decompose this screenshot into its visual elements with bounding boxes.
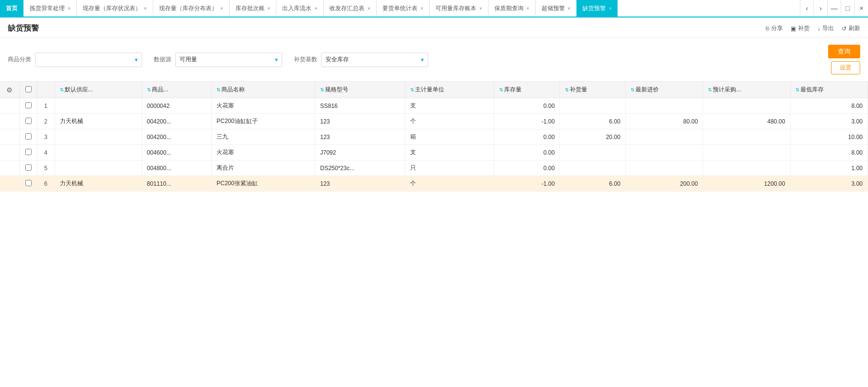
column-spec[interactable]: ⇅规格型号 bbox=[315, 82, 405, 98]
category-select[interactable]: ▾ bbox=[35, 53, 142, 67]
page-content: 缺货预警 ⎘ 分享 ▣ 补货 ↓ 导出 ↺ 刷新 商品分类 bbox=[0, 18, 868, 387]
tab-inventory-status[interactable]: 现存量（库存状况表） × bbox=[77, 0, 153, 17]
row-spec: 123 bbox=[315, 176, 405, 192]
window-minimize-btn[interactable]: — bbox=[827, 0, 841, 17]
tab-inout-flow[interactable]: 出入库流水 × bbox=[276, 0, 324, 17]
column-row-num bbox=[37, 82, 54, 98]
row-checkbox-cell[interactable] bbox=[19, 114, 37, 129]
page-title: 缺货预警 bbox=[8, 23, 766, 34]
column-default-supplier[interactable]: ⇅默认供应... bbox=[54, 82, 142, 98]
category-label: 商品分类 bbox=[8, 55, 31, 64]
sort-icon: ⇅ bbox=[796, 87, 799, 92]
column-est-purchase[interactable]: ⇅预计采购... bbox=[703, 82, 790, 98]
window-maximize-btn[interactable]: □ bbox=[841, 0, 854, 17]
row-checkbox-cell[interactable] bbox=[19, 145, 37, 160]
tab-close-icon[interactable]: × bbox=[144, 6, 147, 11]
table-row: 6 力天机械 801110... PC200张紧油缸 123 个 -1.00 6… bbox=[0, 176, 868, 192]
tab-label: 出入库流水 bbox=[282, 4, 311, 13]
replenish-basis-chevron-icon: ▾ bbox=[421, 56, 424, 63]
row-product-code: 004800... bbox=[142, 160, 211, 176]
column-gear[interactable]: ⚙ bbox=[0, 82, 19, 98]
page-header: 缺货预警 ⎘ 分享 ▣ 补货 ↓ 导出 ↺ 刷新 bbox=[0, 18, 868, 38]
column-latest-price[interactable]: ⇅最新进价 bbox=[626, 82, 703, 98]
row-checkbox[interactable] bbox=[25, 118, 32, 124]
row-product-name: 火花塞 bbox=[212, 145, 315, 160]
datasource-filter-group: 数据源 可用量 ▾ bbox=[154, 53, 282, 67]
tab-inventory-dist[interactable]: 现存量（库存分布表） × bbox=[153, 0, 230, 17]
tab-next-btn[interactable]: › bbox=[814, 0, 827, 17]
tab-close-icon[interactable]: × bbox=[314, 6, 317, 11]
export-label: 导出 bbox=[822, 24, 834, 33]
tab-prev-btn[interactable]: ‹ bbox=[800, 0, 814, 17]
settings-button[interactable]: 设置 bbox=[831, 61, 860, 74]
tab-nav-controls: ‹ › — □ × bbox=[800, 0, 868, 17]
data-table: ⚙ ⇅默认供应... ⇅商品... ⇅商品名称 bbox=[0, 81, 868, 192]
row-est-purchase bbox=[703, 160, 790, 176]
tab-demand-stat[interactable]: 要货单统计表 × bbox=[377, 0, 430, 17]
refresh-button[interactable]: ↺ 刷新 bbox=[842, 24, 860, 33]
select-all-checkbox[interactable] bbox=[25, 86, 32, 92]
row-product-code: 004600... bbox=[142, 145, 211, 160]
share-button[interactable]: ⎘ 分享 bbox=[766, 24, 783, 33]
filter-area: 商品分类 ▾ 数据源 可用量 ▾ 补货基数 安全库存 ▾ 查询 设置 bbox=[0, 38, 868, 81]
tab-available-ledger[interactable]: 可用量库存账本 × bbox=[430, 0, 488, 17]
tab-close-icon[interactable]: × bbox=[568, 6, 571, 11]
datasource-select[interactable]: 可用量 ▾ bbox=[175, 53, 282, 67]
tab-close-icon[interactable]: × bbox=[268, 6, 271, 11]
row-checkbox-cell[interactable] bbox=[19, 98, 37, 114]
tab-close-icon[interactable]: × bbox=[526, 6, 529, 11]
replenish-button[interactable]: ▣ 补货 bbox=[791, 24, 810, 33]
tab-overstock-warn[interactable]: 超储预警 × bbox=[536, 0, 577, 17]
tab-label: 超储预警 bbox=[542, 4, 565, 13]
row-checkbox[interactable] bbox=[25, 164, 32, 171]
column-stock[interactable]: ⇅库存量 bbox=[494, 82, 560, 98]
row-checkbox[interactable] bbox=[25, 149, 32, 155]
sort-icon: ⇅ bbox=[320, 87, 324, 92]
column-product-name[interactable]: ⇅商品名称 bbox=[212, 82, 315, 98]
tab-defect-process[interactable]: 拣货异常处理 × bbox=[24, 0, 77, 17]
tab-shortage-warn[interactable]: 缺货预警 × bbox=[577, 0, 618, 17]
table-row: 5 004800... 离合片 DS250*23c... 只 0.00 1.00 bbox=[0, 160, 868, 176]
tab-close-icon[interactable]: × bbox=[479, 6, 482, 11]
row-checkbox-cell[interactable] bbox=[19, 129, 37, 145]
row-gear-cell bbox=[0, 145, 19, 160]
header-actions: ⎘ 分享 ▣ 补货 ↓ 导出 ↺ 刷新 bbox=[766, 24, 860, 33]
row-min-stock: 10.00 bbox=[790, 129, 868, 145]
gear-icon[interactable]: ⚙ bbox=[6, 86, 13, 94]
tab-close-icon[interactable]: × bbox=[220, 6, 223, 11]
table-row: 1 0000042 火花塞 SS816 支 0.00 8.00 bbox=[0, 98, 868, 114]
row-supplier: 力天机械 bbox=[54, 114, 142, 129]
row-latest-price: 80.00 bbox=[626, 114, 703, 129]
tab-home[interactable]: 首页 bbox=[0, 0, 24, 17]
row-replenish-qty: 6.00 bbox=[560, 114, 626, 129]
row-product-name: PC200油缸缸子 bbox=[212, 114, 315, 129]
tab-label: 收发存汇总表 bbox=[329, 4, 364, 13]
row-checkbox[interactable] bbox=[25, 180, 32, 186]
row-checkbox[interactable] bbox=[25, 102, 32, 108]
tab-label: 要货单统计表 bbox=[382, 4, 417, 13]
replenish-basis-select[interactable]: 安全库存 ▾ bbox=[321, 53, 428, 67]
tab-receive-summary[interactable]: 收发存汇总表 × bbox=[324, 0, 377, 17]
column-unit[interactable]: ⇅主计量单位 bbox=[405, 82, 494, 98]
row-product-name: PC200张紧油缸 bbox=[212, 176, 315, 192]
row-checkbox-cell[interactable] bbox=[19, 160, 37, 176]
row-latest-price bbox=[626, 145, 703, 160]
tab-close-icon[interactable]: × bbox=[609, 6, 612, 11]
tab-close-icon[interactable]: × bbox=[420, 6, 423, 11]
row-supplier bbox=[54, 98, 142, 114]
refresh-label: 刷新 bbox=[849, 24, 860, 33]
tab-close-icon[interactable]: × bbox=[68, 6, 71, 11]
tab-close-icon[interactable]: × bbox=[367, 6, 370, 11]
export-button[interactable]: ↓ 导出 bbox=[817, 24, 834, 33]
row-checkbox-cell[interactable] bbox=[19, 176, 37, 192]
query-button[interactable]: 查询 bbox=[828, 45, 860, 58]
row-product-name: 离合片 bbox=[212, 160, 315, 176]
column-product-code[interactable]: ⇅商品... bbox=[142, 82, 211, 98]
tab-expiry-query[interactable]: 保质期查询 × bbox=[488, 0, 536, 17]
window-close-btn[interactable]: × bbox=[854, 0, 868, 17]
column-replenish-qty[interactable]: ⇅补货量 bbox=[560, 82, 626, 98]
row-latest-price: 200.00 bbox=[626, 176, 703, 192]
row-checkbox[interactable] bbox=[25, 133, 32, 140]
column-min-stock[interactable]: ⇅最低库存 bbox=[790, 82, 868, 98]
tab-batch-account[interactable]: 库存批次账 × bbox=[230, 0, 277, 17]
